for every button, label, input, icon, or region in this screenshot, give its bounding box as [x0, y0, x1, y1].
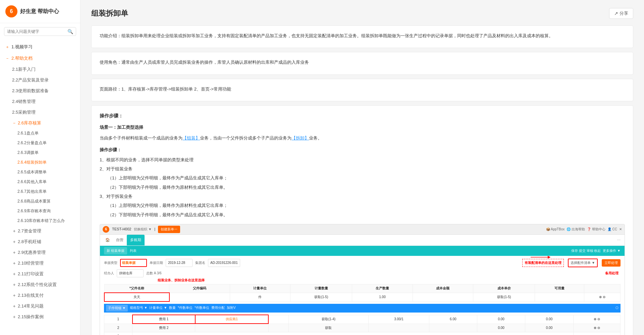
- step3-1: （1）上部明细为父件明细，最终作为原材料生成其它出库单；: [108, 202, 625, 209]
- sidebar-item-2-6[interactable]: － 2.6库存核算: [0, 118, 80, 128]
- plus-icon-2-9: ＋: [12, 249, 16, 256]
- td-p1-2[interactable]: [429, 324, 477, 332]
- sidebar-item-2-5[interactable]: 2.5采购管理: [0, 107, 80, 118]
- td-spec[interactable]: [268, 315, 288, 324]
- ops-title: 操作步骤：: [100, 112, 625, 120]
- sidebar-item-2-9[interactable]: ＋ 2.9优惠券管理: [0, 247, 80, 258]
- sidebar-item-2-12[interactable]: ＋ 2.12系统个性化设置: [0, 279, 80, 290]
- th-parent-name: *父件名称: [104, 284, 169, 293]
- sidebar-item-2-7[interactable]: ＋ 2.7资金管理: [0, 226, 80, 236]
- input-date[interactable]: 2019-12-28: [166, 259, 193, 267]
- td-child-name[interactable]: 费用 1: [132, 315, 195, 324]
- td-supplier[interactable]: 供应商1: [195, 315, 269, 324]
- search-icon[interactable]: 🔍: [67, 29, 73, 34]
- input-group-id[interactable]: AD-20191226-001: [208, 259, 240, 267]
- sidebar-item-2-6-4[interactable]: 2.6.4组装拆卸单: [0, 158, 80, 167]
- plus-icon-2-14: ＋: [12, 303, 16, 309]
- lower-tab-6[interactable]: *件数单位: [195, 305, 209, 312]
- lower-tab-7[interactable]: 费用分配: [211, 305, 225, 312]
- sidebar-item-2-6-9[interactable]: 2.6.9库存账本查询: [0, 206, 80, 216]
- td-empty-3[interactable]: [132, 332, 574, 335]
- td-unit2[interactable]: 获取(1-4): [288, 315, 369, 324]
- td-ops2-2[interactable]: ⊕ ⊖: [573, 324, 620, 332]
- close-icon[interactable]: ✕: [619, 226, 622, 232]
- td-row-num-2: 2: [104, 324, 132, 332]
- doc-more-btn[interactable]: 更多操作 ▼: [603, 248, 621, 254]
- chaijian-link[interactable]: 【拆卸】: [291, 135, 309, 141]
- sidebar-item-2-6-1[interactable]: 2.6.1盘点单: [0, 128, 80, 138]
- td-child-name-2[interactable]: 费用 2: [132, 324, 195, 332]
- tab-list[interactable]: 列表: [130, 248, 137, 254]
- td-cost-unit[interactable]: 获取(1-5): [473, 293, 535, 301]
- td-cost-amt[interactable]: [413, 293, 473, 301]
- td-qty[interactable]: 获取(1-5): [290, 293, 352, 301]
- app-logo: 6: [103, 226, 109, 233]
- sidebar-item-2-6-3[interactable]: 2.6.3调拨单: [0, 148, 80, 158]
- confirm-btn[interactable]: 立即处理: [602, 259, 621, 267]
- sidebar-item-2-6-6[interactable]: 2.6.6其他入库单: [0, 177, 80, 187]
- sidebar-item-2-4[interactable]: 2.4销售管理: [0, 96, 80, 107]
- sidebar-item-2-6-2[interactable]: 2.6.2分量盘点单: [0, 138, 80, 148]
- input-operator[interactable]: 供销仓库: [117, 269, 144, 277]
- td-parent-name[interactable]: 关天: [104, 293, 169, 301]
- zhuangpei-link[interactable]: 【组装】: [182, 135, 200, 141]
- th-prod-qty: 生产数量: [352, 284, 413, 293]
- input-doc-type[interactable]: 组装单据: [120, 259, 147, 267]
- tab-new-doc[interactable]: 新 组装单据: [104, 247, 127, 255]
- expand-icon[interactable]: ⬡: [615, 305, 619, 312]
- lower-tab-2[interactable]: 规格型号 ▼: [130, 305, 148, 312]
- td-spec-2[interactable]: [268, 324, 288, 332]
- sidebar-item-2-10[interactable]: ＋ 2.10经营管理: [0, 258, 80, 269]
- td-available[interactable]: [535, 293, 584, 301]
- app-switch[interactable]: 切换组织 ▼: [134, 226, 152, 232]
- td-p2-2[interactable]: 0.00: [477, 324, 525, 332]
- td-row-ops[interactable]: ⊕ ⊖: [584, 293, 620, 301]
- share-button[interactable]: ↗ 分享: [609, 8, 633, 19]
- lower-tab-5[interactable]: *件数单位: [178, 305, 193, 312]
- search-input[interactable]: [7, 29, 67, 34]
- plus-icon-2-7: ＋: [12, 228, 16, 234]
- sidebar-item-2-1[interactable]: 2.1新手入门: [0, 64, 80, 75]
- td-prod-qty[interactable]: 1.00: [352, 293, 413, 301]
- tab-duozhangqi[interactable]: 多账期: [127, 235, 145, 245]
- td-piece-unit1[interactable]: 6.00: [429, 315, 477, 324]
- sidebar-item-2-6-7[interactable]: 2.6.7其他出库单: [0, 187, 80, 197]
- td-ops2[interactable]: ⊕ ⊖: [573, 315, 620, 324]
- td-qty2[interactable]: 3.00/1: [369, 315, 429, 324]
- td-qty2-2[interactable]: [369, 324, 429, 332]
- sidebar-item-2-13[interactable]: ＋ 2.13在线支付: [0, 290, 80, 301]
- tab-zizying[interactable]: 自营: [113, 235, 127, 245]
- td-fee-alloc[interactable]: 0.00: [525, 315, 573, 324]
- lower-tab-4[interactable]: 数量: [169, 305, 176, 312]
- sidebar-item-2-14[interactable]: ＋ 2.14常见问题: [0, 301, 80, 312]
- sidebar-item-2-6-8[interactable]: 2.6.8商品成本重算: [0, 197, 80, 206]
- sidebar-item-2-6-5[interactable]: 2.6.5成本调整单: [0, 167, 80, 177]
- label-operator: 经办人: [104, 270, 114, 276]
- sidebar-item-2-3[interactable]: 2.3使用前数据准备: [0, 86, 80, 96]
- sidebar-item-docs[interactable]: － 2.帮助文档: [0, 53, 80, 64]
- lower-tab-3[interactable]: 计量单位 ▼: [149, 305, 167, 312]
- td-fee-2[interactable]: 0.00: [525, 324, 573, 332]
- td-unit[interactable]: 件: [230, 293, 290, 301]
- td-supplier-2[interactable]: [195, 324, 269, 332]
- sidebar-item-2-8[interactable]: ＋ 2.8手机旺铺: [0, 236, 80, 247]
- screenshot: 6 TEST-H002 切换组织 ▼ | 创建新单一 📦 AppTBox 🌐 出…: [100, 224, 625, 335]
- sidebar-item-2-11[interactable]: ＋ 2.11打印设置: [0, 269, 80, 279]
- sidebar-item-2-2[interactable]: 2.2产品安装及登录: [0, 75, 80, 86]
- app-create-btn[interactable]: 创建新单一: [158, 226, 180, 233]
- th-unit: 计量单位: [230, 284, 290, 293]
- nav-expand-icon[interactable]: ⋯: [617, 238, 621, 242]
- lower-tab-active[interactable]: 子件明细 ▼: [106, 305, 128, 312]
- td-ops-3[interactable]: ⊕ ⊖: [573, 332, 620, 335]
- input-select-bom[interactable]: 选择配件清单 ▼: [568, 259, 598, 267]
- td-unit2-2[interactable]: 获取: [288, 324, 369, 332]
- sidebar-item-video[interactable]: ＋ 1.视频学习: [0, 41, 80, 53]
- search-box[interactable]: 🔍: [4, 27, 76, 36]
- lower-tab-8[interactable]: 加附V: [227, 305, 236, 312]
- td-parent-code[interactable]: [169, 293, 230, 301]
- breadcrumb-card: 页面路径：1、库存核算->库存管理->组装拆卸单 2、首页->常用功能: [91, 79, 633, 101]
- sidebar-item-2-6-10[interactable]: 2.6.10库存账本错了怎么办: [0, 216, 80, 226]
- td-piece-unit2[interactable]: 0.00: [477, 315, 525, 324]
- sidebar-logo: 6 好生意 帮助中心: [0, 0, 80, 23]
- sidebar-item-2-15[interactable]: ＋ 2.15操作案例: [0, 312, 80, 322]
